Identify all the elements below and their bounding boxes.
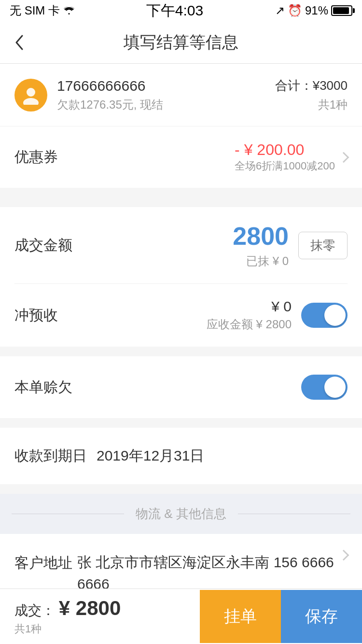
debt-row: 本单赊欠: [14, 356, 348, 418]
coupon-label: 优惠券: [14, 147, 58, 167]
main-content: 17666666666 欠款1276.35元, 现结 合计：¥3000 共1种 …: [0, 64, 362, 644]
status-bar: 无 SIM 卡 下午4:03 ↗ ⏰ 91%: [0, 0, 362, 21]
hold-order-button[interactable]: 挂单: [200, 590, 281, 643]
customer-row: 17666666666 欠款1276.35元, 现结 合计：¥3000 共1种: [0, 64, 362, 126]
coupon-row[interactable]: 优惠券 - ¥ 200.00 全场6折满1000减200: [0, 126, 362, 188]
debt-toggle[interactable]: [301, 375, 348, 400]
debt-label: 本单赊欠: [14, 378, 72, 397]
summary-count: 共1种: [14, 622, 185, 636]
pre-receive-value: ¥ 0: [207, 298, 292, 315]
page-title: 填写结算等信息: [124, 31, 238, 54]
pre-receive-label: 冲预收: [14, 306, 58, 325]
due-date-section: 收款到期日 2019年12月31日: [0, 428, 362, 484]
status-right: ↗ ⏰ 91%: [275, 4, 352, 17]
transaction-label: 成交金额: [14, 236, 72, 255]
wifi-icon: [64, 4, 74, 17]
round-zero-button[interactable]: 抹零: [298, 232, 348, 259]
no-sim-label: 无 SIM 卡: [10, 3, 60, 18]
transaction-amount-row: 成交金额 2800 已抹 ¥ 0 抹零: [14, 207, 348, 284]
total-count: 共1种: [275, 97, 348, 112]
coupon-discount: - ¥ 200.00: [235, 141, 335, 159]
pre-receive-amount-wrap: ¥ 0 应收金额 ¥ 2800: [207, 298, 292, 332]
pre-receive-toggle[interactable]: [301, 303, 348, 328]
alarm-icon: ⏰: [288, 4, 302, 17]
transaction-sub: 已抹 ¥ 0: [233, 253, 289, 269]
battery-icon: [331, 5, 352, 16]
save-button[interactable]: 保存: [281, 590, 362, 643]
coupon-info: - ¥ 200.00 全场6折满1000减200: [235, 141, 335, 173]
chevron-right-icon: [338, 152, 349, 163]
coupon-desc: 全场6折满1000减200: [235, 159, 335, 173]
transaction-value-wrap: 2800 已抹 ¥ 0: [233, 222, 289, 269]
address-label: 客户地址: [14, 553, 77, 573]
customer-info: 17666666666 欠款1276.35元, 现结: [57, 78, 163, 112]
pre-receive-sub: 应收金额 ¥ 2800: [207, 317, 292, 332]
pre-receive-right: ¥ 0 应收金额 ¥ 2800: [207, 298, 348, 332]
status-left: 无 SIM 卡: [10, 3, 74, 18]
address-chevron-icon: [338, 550, 349, 561]
bottom-summary-top: 成交： ¥ 2800: [14, 597, 185, 620]
debt-section: 本单赊欠: [0, 356, 362, 418]
transaction-value: 2800: [233, 222, 289, 251]
customer-left: 17666666666 欠款1276.35元, 现结: [14, 78, 163, 112]
customer-right: 合计：¥3000 共1种: [275, 77, 348, 112]
due-date-value: 2019年12月31日: [97, 446, 204, 466]
separator-1: [0, 197, 362, 207]
due-date-row: 收款到期日 2019年12月31日: [14, 428, 348, 484]
logistics-text: 物流 & 其他信息: [136, 505, 226, 522]
due-date-label: 收款到期日: [14, 446, 87, 466]
separator-2: [0, 347, 362, 356]
nav-bar: 填写结算等信息: [0, 21, 362, 64]
avatar: [14, 79, 47, 112]
summary-amount: ¥ 2800: [59, 597, 121, 619]
customer-debt: 欠款1276.35元, 现结: [57, 97, 163, 112]
battery-label: 91%: [305, 4, 328, 17]
svg-point-0: [27, 88, 35, 97]
coupon-right: - ¥ 200.00 全场6折满1000减200: [235, 141, 348, 173]
logistics-line-left: [12, 514, 124, 514]
bottom-summary: 成交： ¥ 2800 共1种: [0, 589, 200, 644]
customer-section: 17666666666 欠款1276.35元, 现结 合计：¥3000 共1种 …: [0, 64, 362, 188]
bottom-bar: 成交： ¥ 2800 共1种 挂单 保存: [0, 588, 362, 644]
separator-4: [0, 484, 362, 494]
svg-point-1: [23, 98, 39, 105]
customer-phone: 17666666666: [57, 78, 163, 94]
logistics-section-header: 物流 & 其他信息: [0, 494, 362, 534]
summary-label: 成交：: [14, 603, 55, 618]
total-label: 合计：¥3000: [275, 77, 348, 94]
back-button[interactable]: [14, 33, 25, 52]
logistics-line-right: [238, 514, 350, 514]
transaction-right: 2800 已抹 ¥ 0 抹零: [233, 222, 348, 269]
pre-receive-row: 冲预收 ¥ 0 应收金额 ¥ 2800: [14, 284, 348, 347]
location-icon: ↗: [275, 4, 285, 17]
amount-section: 成交金额 2800 已抹 ¥ 0 抹零 冲预收 ¥ 0 应收金额 ¥ 2800: [0, 207, 362, 347]
status-time: 下午4:03: [146, 1, 203, 21]
separator-3: [0, 418, 362, 428]
